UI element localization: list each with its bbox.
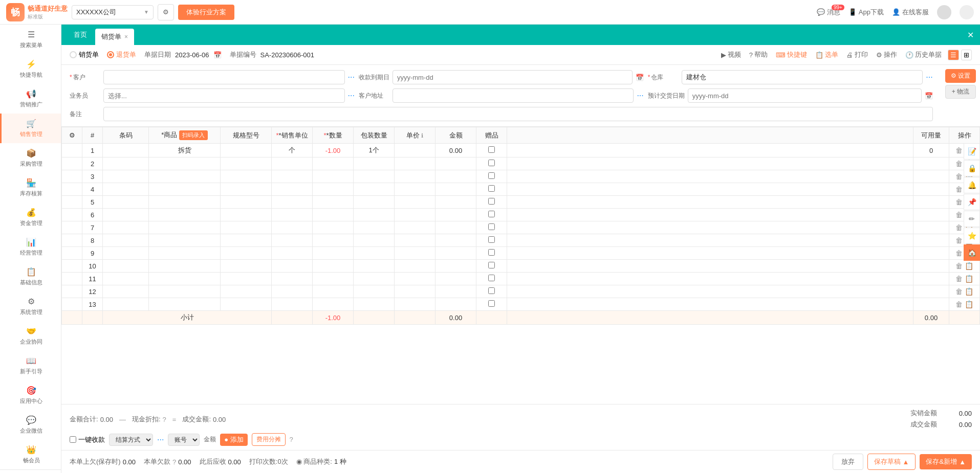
- row-unit-1[interactable]: 个: [272, 144, 313, 157]
- calendar-due-icon[interactable]: 📅: [636, 74, 644, 81]
- float-icon-1[interactable]: 📝: [964, 143, 980, 160]
- sidebar-item-quick-nav[interactable]: ⚡ 快捷导航: [0, 54, 61, 84]
- customer-input[interactable]: [103, 70, 345, 84]
- gift-checkbox-1[interactable]: [488, 146, 495, 153]
- tab-home[interactable]: 首页: [66, 25, 95, 45]
- address-dots-btn[interactable]: ···: [637, 91, 643, 100]
- account-select[interactable]: 账号: [168, 434, 200, 446]
- price-info-icon[interactable]: ℹ: [421, 132, 423, 139]
- operate-btn[interactable]: ⚙ 操作: [874, 49, 899, 60]
- one-click-payment-checkbox[interactable]: 一键收款: [70, 435, 105, 444]
- one-click-checkbox[interactable]: [70, 436, 76, 443]
- customer-dots-btn[interactable]: ···: [348, 73, 355, 82]
- expense-help-icon[interactable]: ?: [290, 436, 293, 443]
- delete-icon-2[interactable]: 🗑: [955, 160, 963, 168]
- scan-button[interactable]: 扫码录入: [179, 130, 208, 140]
- sidebar-item-inventory[interactable]: 🏪 库存核算: [0, 173, 61, 202]
- delete-icon-9[interactable]: 🗑: [955, 249, 963, 257]
- calendar-icon[interactable]: 📅: [213, 51, 222, 59]
- sidebar-item-management[interactable]: 📊 经营管理: [0, 232, 61, 262]
- sidebar-item-marketing[interactable]: 📢 营销推广: [0, 84, 61, 114]
- row-gift-1[interactable]: [476, 144, 507, 157]
- settings-btn[interactable]: ⚙ 设置: [945, 69, 976, 83]
- online-service-button[interactable]: 👤 在线客服: [892, 8, 929, 17]
- row-spec-1[interactable]: [221, 144, 272, 157]
- sidebar-item-wechat[interactable]: 💬 企业微信: [0, 410, 61, 440]
- sidebar-item-system[interactable]: ⚙ 系统管理: [0, 291, 61, 321]
- sidebar-item-finance[interactable]: 💰 资金管理: [0, 202, 61, 232]
- sidebar-item-member[interactable]: 👑 畅会员: [0, 440, 61, 469]
- video-btn[interactable]: ▶ 视频: [719, 49, 743, 60]
- settings-button[interactable]: ⚙: [158, 4, 174, 20]
- gift-checkbox-5[interactable]: [488, 198, 495, 205]
- float-icon-5[interactable]: ✏: [964, 211, 980, 227]
- address-input[interactable]: [393, 88, 634, 103]
- select-btn[interactable]: 📋 选单: [813, 49, 840, 60]
- radio-sales-order[interactable]: 销货单: [70, 50, 99, 59]
- sidebar-settings-button[interactable]: ⚙: [0, 470, 61, 473]
- row-qty-1[interactable]: -1.00: [313, 144, 354, 157]
- gift-checkbox-9[interactable]: [488, 249, 495, 256]
- sidebar-item-search[interactable]: ☰ 搜索菜单: [0, 25, 61, 54]
- sidebar-item-basic-info[interactable]: 📋 基础信息: [0, 262, 61, 291]
- gift-checkbox-10[interactable]: [488, 262, 495, 268]
- help-btn[interactable]: ? 帮助: [747, 49, 770, 60]
- discount-info[interactable]: ?: [163, 416, 166, 423]
- copy-icon-11[interactable]: 📋: [965, 275, 973, 283]
- row-barcode-1[interactable]: [103, 144, 149, 157]
- table-wrap[interactable]: ⚙ # 条码 *商品 扫码录入 规格型号 **销售单位: [61, 127, 980, 404]
- sidebar-item-guide[interactable]: 📖 新手引导: [0, 351, 61, 380]
- warehouse-dots-btn[interactable]: ···: [926, 73, 932, 82]
- row-amount-1[interactable]: 0.00: [435, 144, 476, 157]
- float-icon-4[interactable]: 📌: [964, 194, 980, 210]
- float-icon-6[interactable]: ⭐: [964, 228, 980, 244]
- save-new-button[interactable]: 保存&新增 ▲: [920, 454, 972, 469]
- salesperson-input[interactable]: [103, 88, 345, 103]
- row-pack-1[interactable]: 1个: [354, 144, 395, 157]
- history-btn[interactable]: 🕐 历史单据: [903, 49, 944, 60]
- copy-icon-13[interactable]: 📋: [965, 300, 973, 308]
- sidebar-item-sales[interactable]: 🛒 销售管理: [0, 114, 61, 143]
- trial-button[interactable]: 体验行业方案: [178, 5, 234, 20]
- delete-icon-6[interactable]: 🗑: [955, 211, 963, 219]
- view-grid-icon[interactable]: ⊞: [961, 50, 972, 60]
- settlement-dots-btn[interactable]: ···: [157, 435, 164, 444]
- due-date-input[interactable]: [393, 70, 633, 84]
- delete-icon-4[interactable]: 🗑: [955, 185, 963, 193]
- copy-icon-10[interactable]: 📋: [965, 262, 973, 270]
- gift-checkbox-8[interactable]: [488, 236, 495, 243]
- delete-icon-8[interactable]: 🗑: [955, 236, 963, 244]
- th-settings[interactable]: ⚙: [62, 127, 82, 144]
- delete-icon-12[interactable]: 🗑: [955, 287, 963, 296]
- gift-checkbox-11[interactable]: [488, 275, 495, 281]
- delete-icon-11[interactable]: 🗑: [955, 275, 963, 283]
- delete-icon-7[interactable]: 🗑: [955, 223, 963, 232]
- row-goods-1[interactable]: 拆货: [149, 144, 221, 157]
- sidebar-item-app-center[interactable]: 🎯 应用中心: [0, 380, 61, 410]
- total-owed-info[interactable]: ?: [172, 458, 176, 466]
- delete-icon-5[interactable]: 🗑: [955, 198, 963, 206]
- remark-input[interactable]: [103, 107, 933, 121]
- warehouse-input[interactable]: [682, 70, 923, 84]
- gift-checkbox-2[interactable]: [488, 160, 495, 166]
- gift-checkbox-12[interactable]: [488, 287, 495, 294]
- avatar[interactable]: [937, 5, 951, 19]
- shortcut-btn[interactable]: ⌨ 快捷键: [774, 49, 809, 60]
- add-payment-button[interactable]: ● 添加: [220, 434, 247, 446]
- logistics-btn[interactable]: + 物流: [945, 85, 976, 99]
- expense-split-button[interactable]: 费用分摊: [252, 433, 286, 446]
- copy-icon-12[interactable]: 📋: [965, 287, 973, 296]
- float-icon-3[interactable]: 🔔: [964, 177, 980, 193]
- delete-icon-1[interactable]: 🗑: [955, 146, 963, 154]
- row-price-1[interactable]: [395, 144, 435, 157]
- calendar-delivery-icon[interactable]: 📅: [925, 92, 933, 100]
- tab-sales-order[interactable]: 销货单 ×: [95, 29, 134, 45]
- delivery-input[interactable]: [688, 88, 922, 103]
- settlement-method-select[interactable]: 结算方式: [109, 434, 153, 446]
- delete-icon-10[interactable]: 🗑: [955, 262, 963, 270]
- print-btn[interactable]: 🖨 打印: [844, 49, 870, 60]
- save-draft-button[interactable]: 保存草稿 ▲: [867, 454, 916, 470]
- salesperson-dots-btn[interactable]: ···: [348, 91, 355, 100]
- float-icon-7[interactable]: 🏠: [964, 244, 980, 261]
- abandon-button[interactable]: 放弃: [833, 454, 863, 470]
